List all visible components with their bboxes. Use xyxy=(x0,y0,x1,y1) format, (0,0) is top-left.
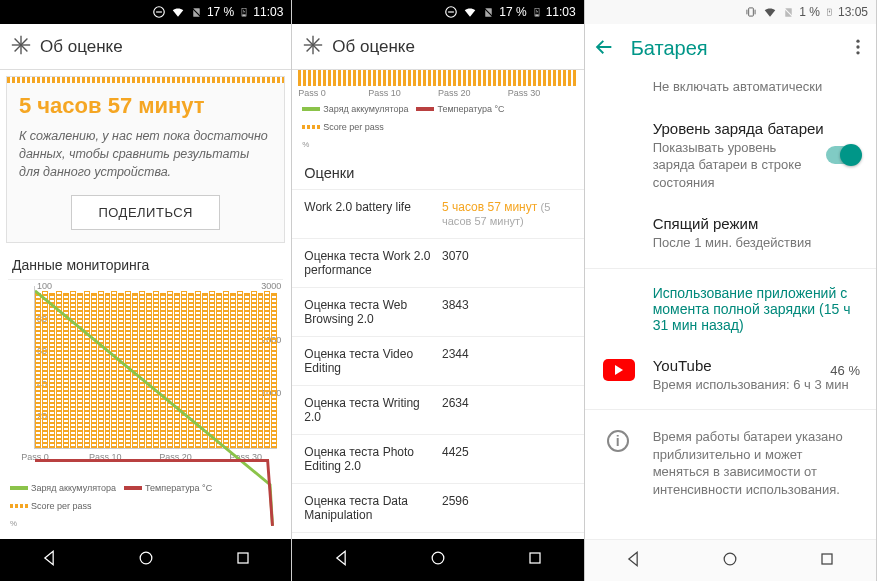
clock: 11:03 xyxy=(546,5,576,19)
nav-back-button[interactable] xyxy=(331,548,351,572)
sleep-mode-item[interactable]: Спящий режим После 1 мин. бездействия xyxy=(585,203,876,264)
status-bar: 17 % 11:03 xyxy=(292,0,583,24)
result-note: К сожалению, у нас нет пока достаточно д… xyxy=(7,127,284,195)
content[interactable]: Не включать автоматически Уровень заряда… xyxy=(585,72,876,539)
battery-percent: 17 % xyxy=(207,5,234,19)
divider xyxy=(585,409,876,410)
result-duration: 5 часов 57 минут xyxy=(7,83,284,127)
appbar-title: Об оценке xyxy=(40,37,123,57)
panel-benchmark-details: 17 % 11:03 Об оценке Pass 0Pass 10Pass 2… xyxy=(292,0,584,581)
auto-battery-saver-item[interactable]: Не включать автоматически xyxy=(585,72,876,108)
score-row: Оценка теста Data Manipulation2596 xyxy=(292,483,583,532)
score-row: Версия операционной системы8.1.0 xyxy=(292,532,583,539)
panel-benchmark-summary: 17 % 11:03 Об оценке 5 часов 57 минут К … xyxy=(0,0,292,581)
svg-point-30 xyxy=(856,39,859,42)
nav-home-button[interactable] xyxy=(720,549,740,572)
wifi-icon xyxy=(763,5,777,19)
chart-legend: Заряд аккумулятора Температура °C Score … xyxy=(292,100,583,155)
appbar-title: Об оценке xyxy=(332,37,415,57)
wifi-icon xyxy=(171,5,185,19)
battery-charging-icon xyxy=(239,5,249,19)
nav-back-button[interactable] xyxy=(39,548,59,572)
svg-rect-17 xyxy=(535,15,538,16)
navigation-bar xyxy=(585,539,876,581)
no-sim-icon xyxy=(782,6,795,19)
wifi-icon xyxy=(463,5,477,19)
nav-home-button[interactable] xyxy=(428,548,448,572)
battery-charging-icon xyxy=(825,5,834,19)
score-row: Оценка теста Photo Editing 2.04425 xyxy=(292,434,583,483)
app-bar: Об оценке xyxy=(0,24,291,70)
app-usage-youtube[interactable]: YouTube Время использования: 6 ч 3 мин 4… xyxy=(585,345,876,406)
navigation-bar xyxy=(292,539,583,581)
appbar-title: Батарея xyxy=(631,37,848,60)
nav-recent-button[interactable] xyxy=(233,548,253,572)
nav-back-button[interactable] xyxy=(623,549,643,572)
monitoring-chart: 100 80 60 40 20 3000 2000 1000 Pass 0 Pa… xyxy=(8,279,283,479)
dnd-icon xyxy=(152,5,166,19)
app-percent: 46 % xyxy=(830,363,860,378)
status-bar: 17 % 11:03 xyxy=(0,0,291,24)
navigation-bar xyxy=(0,539,291,581)
no-sim-icon xyxy=(482,6,495,19)
svg-rect-34 xyxy=(822,554,832,564)
svg-rect-1 xyxy=(156,11,162,12)
app-bar: Батарея xyxy=(585,24,876,72)
svg-point-10 xyxy=(140,552,152,564)
status-bar: 1 % 13:05 xyxy=(585,0,876,24)
clock: 11:03 xyxy=(253,5,283,19)
score-row: Оценка теста Video Editing2344 xyxy=(292,336,583,385)
svg-rect-11 xyxy=(238,553,248,563)
mini-chart: Pass 0Pass 10Pass 20Pass 30 xyxy=(298,70,577,100)
monitoring-title: Данные мониторинга xyxy=(0,247,291,279)
svg-rect-13 xyxy=(448,11,454,12)
overflow-menu-button[interactable] xyxy=(848,37,868,60)
battery-level-item[interactable]: Уровень заряда батареи Показывать уровен… xyxy=(585,108,876,204)
score-row: Work 2.0 battery life5 часов 57 минут (5… xyxy=(292,189,583,238)
svg-point-32 xyxy=(856,51,859,54)
svg-rect-23 xyxy=(530,553,540,563)
nav-home-button[interactable] xyxy=(136,548,156,572)
clock: 13:05 xyxy=(838,5,868,19)
nav-recent-button[interactable] xyxy=(817,549,837,572)
app-logo-icon xyxy=(10,34,32,60)
svg-rect-5 xyxy=(243,15,246,16)
divider xyxy=(585,268,876,269)
dnd-icon xyxy=(444,5,458,19)
battery-charging-icon xyxy=(532,5,542,19)
temperature-line xyxy=(35,286,277,528)
score-row: Оценка теста Web Browsing 2.03843 xyxy=(292,287,583,336)
svg-rect-24 xyxy=(749,8,754,16)
vibrate-icon xyxy=(744,5,758,19)
svg-point-33 xyxy=(724,553,736,565)
info-icon: i xyxy=(607,430,629,452)
app-bar: Об оценке xyxy=(292,24,583,70)
youtube-icon xyxy=(603,359,635,381)
back-button[interactable] xyxy=(593,36,615,61)
content: 5 часов 57 минут К сожалению, у нас нет … xyxy=(0,70,291,539)
scores-title: Оценки xyxy=(292,155,583,189)
panel-battery-settings: 1 % 13:05 Батарея Не включать автоматиче… xyxy=(585,0,877,581)
score-row: Оценка теста Writing 2.02634 xyxy=(292,385,583,434)
score-row: Оценка теста Work 2.0 performance3070 xyxy=(292,238,583,287)
result-card: 5 часов 57 минут К сожалению, у нас нет … xyxy=(6,76,285,243)
svg-point-22 xyxy=(432,552,444,564)
nav-recent-button[interactable] xyxy=(525,548,545,572)
svg-point-31 xyxy=(856,45,859,48)
no-sim-icon xyxy=(190,6,203,19)
share-button[interactable]: ПОДЕЛИТЬСЯ xyxy=(71,195,219,230)
battery-info-note: i Время работы батареи указано приблизит… xyxy=(585,414,876,510)
battery-level-toggle[interactable] xyxy=(826,146,860,164)
battery-percent: 1 % xyxy=(799,5,820,19)
battery-percent: 17 % xyxy=(499,5,526,19)
content: Pass 0Pass 10Pass 20Pass 30 Заряд аккуму… xyxy=(292,70,583,539)
usage-since-item[interactable]: Использование приложений с момента полно… xyxy=(585,273,876,345)
app-logo-icon xyxy=(302,34,324,60)
